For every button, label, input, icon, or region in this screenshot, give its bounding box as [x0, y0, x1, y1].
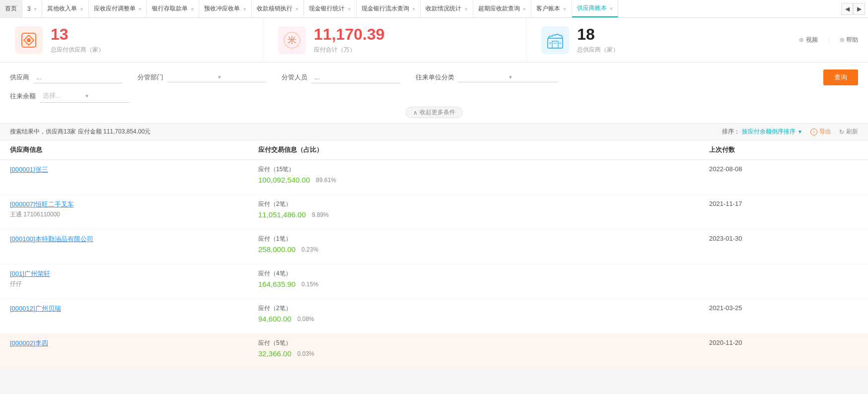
refresh-button[interactable]: ↻ 刷新 [839, 128, 858, 136]
supplier-cell-2: [000007]恒旺二手叉车 王通 17106110000 [10, 200, 258, 219]
nav-label-collection-stat: 收款情况统计 [426, 4, 461, 13]
svg-point-2 [27, 38, 31, 42]
refresh-label: 刷新 [846, 128, 858, 136]
close-icon-ar-ap-adjust[interactable]: × [139, 6, 142, 12]
nav-item-prepayment[interactable]: 预收冲应收单 × [199, 0, 251, 17]
total-suppliers-text: 18 总供应商（家） [577, 26, 619, 54]
nav-item-cash-bank-stat[interactable]: 现金银行统计 × [304, 0, 356, 17]
video-link[interactable]: ⊙ 视频 [799, 36, 817, 44]
tx-cell-5: 应付（2笔） 94,600.00 0.08% [258, 304, 709, 323]
supplier-link-4[interactable]: [001]广州荣轩 [10, 270, 50, 277]
nav-item-collection-stat[interactable]: 收款情况统计 × [421, 0, 473, 17]
supplier-link-5[interactable]: [000012]广州贝瑞 [10, 305, 61, 312]
nav-label-bank-deposit: 银行存取款单 [152, 4, 188, 13]
svg-rect-8 [559, 42, 561, 44]
nav-item-ar-ap-adjust[interactable]: 应收应付调整单 × [89, 0, 147, 17]
export-icon: ○ [810, 129, 817, 135]
nav-label-prepayment: 预收冲应收单 [204, 4, 240, 13]
close-icon-cash-bank-flow[interactable]: × [412, 6, 415, 12]
supplier-link-1[interactable]: [000001]张三 [10, 166, 48, 173]
top-navigation: 首页 3 × 其他收入单 × 应收应付调整单 × 银行存取款单 × 预收冲应收单… [0, 0, 868, 18]
tx-label-4: 应付（4笔） [258, 269, 709, 278]
nav-item-other-income[interactable]: 其他收入单 × [42, 0, 88, 17]
dept-select[interactable]: ▼ [167, 72, 267, 82]
close-icon-overdue-ar[interactable]: × [523, 6, 526, 12]
nav-label-home: 首页 [5, 4, 17, 13]
collapse-label: 收起更多条件 [420, 108, 455, 117]
tx-amount-3: 258,000.00 [258, 245, 295, 254]
summary-bar: 13 总应付供应商（家） 米 11,170.39 应付合计（万） [0, 18, 868, 63]
total-suppliers-icon [541, 26, 569, 54]
sort-arrow-icon[interactable]: ▼ [797, 129, 802, 134]
nav-next-arrow[interactable]: ▶ [853, 3, 865, 15]
close-icon-collection[interactable]: × [295, 6, 298, 12]
dept-select-arrow: ▼ [217, 74, 264, 80]
nav-label-overdue-ar: 超期应收款查询 [478, 4, 520, 13]
tx-label-1: 应付（15笔） [258, 165, 709, 174]
nav-item-3[interactable]: 3 × [22, 0, 42, 17]
supplier-cell-1: [000001]张三 [10, 165, 258, 174]
supplier-label: 供应商 [10, 73, 29, 82]
filter-area: 供应商 分管部门 ▼ 分管人员 往来单位分类 ▼ 查询 [0, 63, 868, 124]
summary-card-total-suppliers: 18 总供应商（家） [526, 18, 789, 62]
svg-rect-6 [552, 41, 558, 48]
supplier-link-2[interactable]: [000007]恒旺二手叉车 [10, 200, 74, 208]
table-row: [000012]广州贝瑞 应付（2笔） 94,600.00 0.08% 2021… [0, 299, 868, 334]
nav-label-customer-ledger: 客户账本 [536, 4, 560, 13]
last-pay-3: 2023-01-30 [709, 235, 858, 242]
nav-item-home[interactable]: 首页 [0, 0, 22, 17]
supplier-cell-3: [000100]本特勤油品有限公司 [10, 235, 258, 244]
close-icon-cash-bank-stat[interactable]: × [348, 6, 351, 12]
nav-scroll-arrows: ◀ ▶ [838, 3, 868, 15]
tx-label-6: 应付（5笔） [258, 339, 709, 347]
unit-select[interactable]: ▼ [458, 72, 558, 82]
result-bar: 搜索结果中，供应商13家 应付金额 111,703,854.00元 排序： 按应… [0, 124, 868, 140]
close-icon-prepayment[interactable]: × [243, 6, 246, 12]
ap-suppliers-label: 总应付供应商（家） [51, 46, 104, 54]
close-icon-collection-stat[interactable]: × [464, 6, 467, 12]
export-button[interactable]: ○ 导出 [810, 128, 831, 136]
close-icon-customer-ledger[interactable]: × [563, 6, 566, 12]
close-icon-other-income[interactable]: × [80, 6, 83, 12]
supplier-link-3[interactable]: [000100]本特勤油品有限公司 [10, 235, 93, 243]
tx-cell-4: 应付（4笔） 164,635.90 0.15% [258, 269, 709, 288]
nav-label-ar-ap-adjust: 应收应付调整单 [94, 4, 136, 13]
person-input[interactable] [311, 71, 401, 83]
help-link[interactable]: ⊙ 帮助 [840, 36, 858, 44]
nav-item-bank-deposit[interactable]: 银行存取款单 × [147, 0, 199, 17]
tx-amount-4: 164,635.90 [258, 280, 295, 288]
last-pay-2: 2021-11-17 [709, 200, 858, 207]
nav-item-supplier-ledger[interactable]: 供应商账本 × [572, 0, 618, 17]
tx-row-3: 258,000.00 0.23% [258, 245, 709, 254]
nav-item-overdue-ar[interactable]: 超期应收款查询 × [473, 0, 531, 17]
filter-row-2: 往来余额 选择... ▼ [10, 89, 858, 103]
tx-label-5: 应付（2笔） [258, 304, 709, 313]
supplier-cell-6: [000002]李四 [10, 339, 258, 348]
collapse-button[interactable]: ∧ 收起更多条件 [406, 107, 463, 118]
balance-select-value: 选择... [43, 91, 84, 100]
dept-label: 分管部门 [138, 73, 163, 82]
close-icon-bank-deposit[interactable]: × [191, 6, 194, 12]
close-icon-supplier-ledger[interactable]: × [610, 5, 613, 11]
filter-item-person: 分管人员 [282, 71, 401, 83]
balance-select[interactable]: 选择... ▼ [40, 89, 129, 103]
close-icon-3[interactable]: × [34, 6, 37, 12]
tx-amount-5: 94,600.00 [258, 315, 291, 323]
ap-total-label: 应付合计（万） [314, 46, 384, 54]
supplier-input[interactable] [33, 71, 123, 83]
tx-row-6: 32,366.00 0.03% [258, 349, 709, 358]
result-info: 搜索结果中，供应商13家 应付金额 111,703,854.00元 [10, 128, 722, 136]
query-button[interactable]: 查询 [823, 69, 858, 85]
supplier-link-6[interactable]: [000002]李四 [10, 339, 48, 347]
nav-label-cash-bank-flow: 现金银行流水查询 [362, 4, 409, 13]
balance-label: 往来余额 [10, 92, 36, 101]
tx-row-1: 100,092,540.00 89.61% [258, 176, 709, 184]
nav-item-cash-bank-flow[interactable]: 现金银行流水查询 × [357, 0, 421, 17]
ap-total-number: 11,170.39 [314, 26, 384, 43]
nav-prev-arrow[interactable]: ◀ [841, 3, 853, 15]
nav-item-customer-ledger[interactable]: 客户账本 × [531, 0, 572, 17]
svg-text:米: 米 [288, 35, 296, 45]
tx-cell-1: 应付（15笔） 100,092,540.00 89.61% [258, 165, 709, 184]
nav-item-collection[interactable]: 收款核销执行 × [252, 0, 304, 17]
ap-suppliers-icon [15, 26, 43, 54]
